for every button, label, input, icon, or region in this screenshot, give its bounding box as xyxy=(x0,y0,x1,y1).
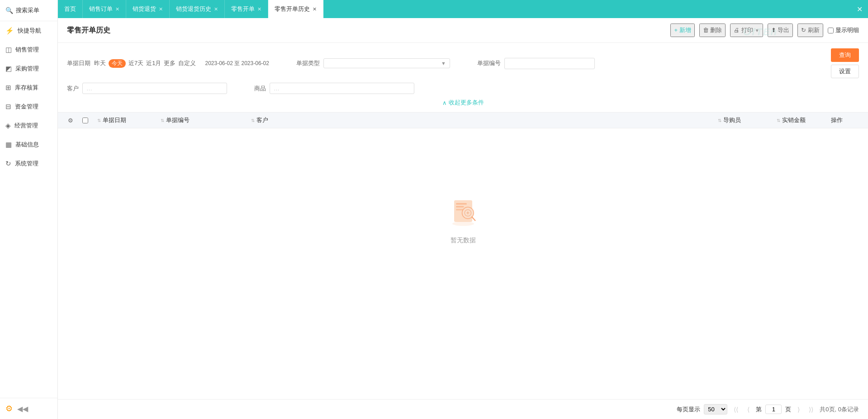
date-today[interactable]: 今天 xyxy=(109,59,126,68)
settings-button[interactable]: 设置 xyxy=(831,65,859,78)
col-amount-label: 实销金额 xyxy=(782,116,806,124)
sidebar-item-purchase-mgmt[interactable]: ◩ 采购管理 xyxy=(0,59,57,78)
customer-filter: 客户 … xyxy=(67,83,227,94)
tab-sales-return-close[interactable]: ✕ xyxy=(159,7,163,12)
goods-label: 商品 xyxy=(254,85,266,93)
settings-footer-icon[interactable]: ⚙ xyxy=(5,404,13,414)
print-button[interactable]: 🖨 打印 ▼ xyxy=(730,24,763,37)
doc-type-label: 单据类型 xyxy=(296,59,320,67)
delete-button-label: 🗑 删除 xyxy=(703,26,722,34)
select-all-checkbox[interactable] xyxy=(82,118,88,123)
sidebar-item-sys-mgmt[interactable]: ↻ 系统管理 xyxy=(0,154,57,173)
delete-button[interactable]: 🗑 删除 xyxy=(699,24,726,37)
print-button-label: 🖨 打印 xyxy=(734,26,753,34)
tab-sales-return-history[interactable]: 销货退货历史 ✕ xyxy=(170,0,225,18)
doc-type-dropdown-icon: ▼ xyxy=(441,61,446,66)
tab-bar: 首页 销售订单 ✕ 销货退货 ✕ 销货退货历史 ✕ 零售开单 ✕ 零售开单历史 … xyxy=(58,0,868,18)
window-close-btn[interactable]: ✕ xyxy=(857,5,863,14)
col-guide-label: 导购员 xyxy=(723,116,741,124)
col-date-label: 单据日期 xyxy=(103,116,126,124)
col-checkbox[interactable] xyxy=(78,118,93,123)
filter-row-1: 单据日期 昨天 今天 近7天 近1月 更多 自定义 2023-06-02 至 2… xyxy=(67,48,859,78)
tab-retail-open-history-label: 零售开单历史 xyxy=(275,5,310,13)
tab-home[interactable]: 首页 xyxy=(58,0,83,18)
collapse-label: 收起更多条件 xyxy=(449,99,484,107)
date-7days[interactable]: 近7天 xyxy=(128,59,143,67)
display-detail-checkbox[interactable] xyxy=(828,28,834,33)
date-custom[interactable]: 自定义 xyxy=(178,59,196,67)
col-guide-sort-icon: ⇅ xyxy=(718,118,721,123)
date-range-text: 2023-06-02 至 2023-06-02 xyxy=(205,60,269,67)
sidebar-item-operations[interactable]: ◈ 经营管理 xyxy=(0,116,57,135)
sidebar: 🔍 搜索采单 ⚡ 快捷导航 ◫ 销售管理 ◩ 采购管理 ⊞ 库存核算 ⊟ 资金管… xyxy=(0,0,58,419)
sidebar-search[interactable]: 🔍 搜索采单 xyxy=(0,0,57,21)
sidebar-item-inventory[interactable]: ⊞ 库存核算 xyxy=(0,78,57,97)
doc-type-filter: 单据类型 ▼ xyxy=(296,58,450,68)
customer-select[interactable]: … xyxy=(82,83,227,94)
sidebar-item-sales-mgmt[interactable]: ◫ 销售管理 xyxy=(0,40,57,59)
refresh-button-label: ↻ 刷新 xyxy=(801,26,820,34)
goods-placeholder: … xyxy=(274,85,280,92)
col-op-label: 操作 xyxy=(831,116,843,124)
basic-info-icon: ▦ xyxy=(5,141,12,149)
search-icon: 🔍 xyxy=(5,7,13,14)
date-more[interactable]: 更多 xyxy=(164,59,175,67)
doc-no-input[interactable] xyxy=(504,58,595,69)
goods-select[interactable]: … xyxy=(270,83,414,94)
tab-sales-return-history-close[interactable]: ✕ xyxy=(214,7,218,12)
date-range-display: 2023-06-02 至 2023-06-02 xyxy=(205,60,269,67)
col-guide-header[interactable]: ⇅ 导购员 xyxy=(713,116,772,124)
last-page-btn[interactable]: ⟩⟩ xyxy=(806,405,816,414)
finance-icon: ⊟ xyxy=(5,103,11,111)
add-button-label: + 新增 xyxy=(674,26,691,34)
export-button-label: ⬆ 导出 xyxy=(771,26,790,34)
main-area: 首页 销售订单 ✕ 销货退货 ✕ 销货退货历史 ✕ 零售开单 ✕ 零售开单历史 … xyxy=(58,0,868,419)
sidebar-item-label: 库存核算 xyxy=(15,84,38,92)
date-yesterday[interactable]: 昨天 xyxy=(94,59,106,67)
date-1month[interactable]: 近1月 xyxy=(146,59,161,67)
date-filter-label: 单据日期 xyxy=(67,59,90,67)
sidebar-search-label: 搜索采单 xyxy=(16,6,39,14)
tab-sales-order-close[interactable]: ✕ xyxy=(115,7,119,12)
sidebar-item-label: 经营管理 xyxy=(14,122,38,130)
add-button[interactable]: + 新增 xyxy=(670,24,694,37)
col-amount-header[interactable]: ⇅ 实销金额 xyxy=(772,116,826,124)
sidebar-item-quick-nav[interactable]: ⚡ 快捷导航 xyxy=(0,21,57,40)
svg-rect-3 xyxy=(456,206,464,207)
next-page-btn[interactable]: ⟩ xyxy=(795,405,802,414)
refresh-button[interactable]: ↻ 刷新 xyxy=(797,24,823,37)
tab-retail-open-history[interactable]: 零售开单历史 ✕ xyxy=(268,0,323,18)
sidebar-item-label: 系统管理 xyxy=(15,160,38,168)
empty-text: 暂无数据 xyxy=(451,236,476,245)
sidebar-item-finance[interactable]: ⊟ 资金管理 xyxy=(0,97,57,116)
tab-retail-open[interactable]: 零售开单 ✕ xyxy=(225,0,268,18)
first-page-btn[interactable]: ⟨⟨ xyxy=(731,405,741,414)
doc-type-select[interactable]: ▼ xyxy=(323,58,450,68)
prev-page-btn[interactable]: ⟨ xyxy=(745,405,752,414)
page-number-input[interactable] xyxy=(765,405,782,414)
tab-sales-return[interactable]: 销货退货 ✕ xyxy=(126,0,170,18)
page-header: 零售开单历史 + 新增 🗑 删除 🖨 打印 ▼ ⬆ 导出 ↻ 刷新 显示明细 xyxy=(58,18,868,43)
col-customer-header[interactable]: ⇅ 客户 xyxy=(247,116,713,124)
table-header: ⚙ ⇅ 单据日期 ⇅ 单据编号 ⇅ 客户 ⇅ 导购员 ⇅ 实销金额 xyxy=(58,113,868,128)
print-dropdown-icon[interactable]: ▼ xyxy=(755,28,759,33)
sidebar-item-label: 快捷导航 xyxy=(18,27,41,35)
sales-icon: ◫ xyxy=(5,46,12,54)
pagination-bar: 每页显示 50 10 20 100 ⟨⟨ ⟨ 第 页 ⟩ ⟩⟩ 共0页, 0条记… xyxy=(58,399,868,419)
sidebar-item-basic-info[interactable]: ▦ 基础信息 xyxy=(0,135,57,154)
tab-retail-open-close[interactable]: ✕ xyxy=(257,7,261,12)
tab-retail-open-history-close[interactable]: ✕ xyxy=(313,7,317,12)
tab-sales-order[interactable]: 销售订单 ✕ xyxy=(83,0,126,18)
export-button[interactable]: ⬆ 导出 xyxy=(768,24,793,37)
col-amount-sort-icon: ⇅ xyxy=(777,118,780,123)
total-info: 共0页, 0条记录 xyxy=(820,405,859,414)
col-settings[interactable]: ⚙ xyxy=(63,117,78,124)
tab-sales-return-history-label: 销货退货历史 xyxy=(176,5,211,13)
collapse-sidebar-icon[interactable]: ◀◀ xyxy=(17,405,28,413)
query-button[interactable]: 查询 xyxy=(831,48,859,62)
per-page-select[interactable]: 50 10 20 100 xyxy=(704,404,727,414)
col-date-header[interactable]: ⇅ 单据日期 xyxy=(93,116,156,124)
doc-no-filter: 单据编号 xyxy=(477,58,595,69)
collapse-filter-btn[interactable]: ∧ 收起更多条件 xyxy=(67,99,859,107)
col-no-header[interactable]: ⇅ 单据编号 xyxy=(156,116,247,124)
